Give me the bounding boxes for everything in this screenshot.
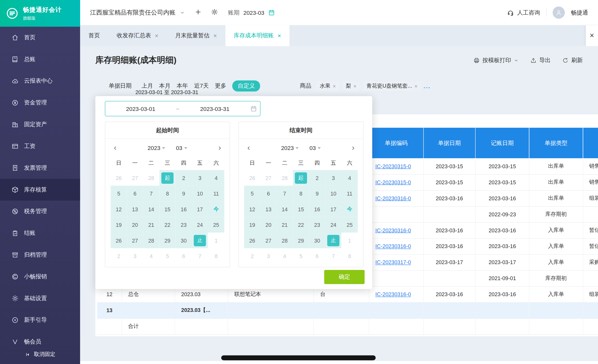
day-cell[interactable]: 8 (293, 186, 309, 201)
day-cell[interactable]: 14 (143, 201, 159, 217)
day-cell[interactable]: 11 (342, 186, 358, 201)
settings-button[interactable] (211, 9, 218, 17)
day-cell[interactable]: 16 (176, 201, 192, 217)
date-option-2[interactable]: 本年 (177, 82, 188, 90)
table-cell[interactable]: IC-20230316-0 (369, 222, 423, 238)
table-cell[interactable]: IC-20230315-0 (369, 174, 423, 190)
sidebar-item-6[interactable]: 发票管理 (0, 157, 80, 179)
day-cell[interactable]: 2 (244, 248, 260, 264)
day-cell[interactable]: 26 (244, 170, 260, 186)
day-cell[interactable]: 6 (260, 186, 277, 201)
day-cell[interactable]: 今 (208, 201, 224, 217)
day-cell[interactable]: 22 (293, 217, 309, 233)
table-cell[interactable]: IC-20230316-0 (369, 190, 423, 206)
user-name[interactable]: 畅捷通 (571, 9, 588, 16)
day-cell[interactable]: 22 (159, 217, 176, 233)
day-cell[interactable]: 27 (260, 170, 277, 186)
day-cell[interactable]: 起 (293, 170, 309, 186)
sidebar-item-8[interactable]: 税务管理 (0, 201, 80, 222)
tab-close-icon[interactable]: × (155, 33, 158, 39)
prev-month-icon[interactable]: ‹ (245, 144, 252, 151)
refresh-button[interactable]: 刷新 (562, 57, 583, 64)
month-select[interactable]: 03 (176, 144, 187, 151)
day-cell[interactable]: 14 (276, 201, 293, 217)
day-cell[interactable]: 9 (176, 186, 192, 201)
day-cell[interactable]: 16 (309, 201, 325, 217)
day-cell[interactable]: 10 (325, 186, 342, 201)
day-cell[interactable]: 3 (325, 170, 342, 186)
day-cell[interactable]: 28 (276, 233, 293, 248)
year-select[interactable]: 2023 (147, 144, 165, 151)
horizontal-scrollbar[interactable] (221, 355, 376, 360)
day-cell[interactable]: 25 (342, 217, 358, 233)
date-option-5[interactable]: 自定义 (232, 80, 260, 91)
tab-close-icon[interactable]: × (213, 33, 217, 39)
sidebar-item-11[interactable]: 小畅报销 (0, 266, 80, 288)
consult-button[interactable]: 人工咨询 (507, 9, 540, 16)
day-cell[interactable]: 5 (244, 186, 260, 201)
day-cell[interactable]: 4 (342, 170, 358, 186)
day-cell[interactable]: 7 (192, 248, 208, 264)
day-cell[interactable]: 4 (276, 248, 293, 264)
day-cell[interactable]: 17 (325, 201, 342, 217)
day-cell[interactable]: 8 (208, 248, 224, 264)
sidebar-item-7[interactable]: 库存核算 (0, 179, 80, 201)
sidebar-item-1[interactable]: 总账 (0, 48, 80, 70)
avatar[interactable] (553, 7, 565, 19)
table-cell[interactable]: IC-20230315-0 (369, 158, 423, 174)
year-select[interactable]: 2023 (281, 144, 299, 151)
start-date-input[interactable]: 2023-03-01 (105, 105, 176, 112)
day-cell[interactable]: 9 (309, 186, 325, 201)
end-date-input[interactable]: 2023-03-31 (179, 105, 250, 112)
sidebar-item-4[interactable]: 固定资产 (0, 114, 80, 135)
day-cell[interactable]: 起 (159, 170, 176, 186)
day-cell[interactable]: 4 (143, 248, 159, 264)
day-cell[interactable]: 7 (276, 186, 293, 201)
company-selector[interactable]: 江西服宝精品有限责任公司内账 (90, 9, 185, 17)
day-cell[interactable]: 5 (159, 248, 176, 264)
day-cell[interactable]: 19 (244, 217, 260, 233)
table-cell[interactable]: IC-20230316-0 (369, 238, 423, 254)
day-cell[interactable]: 3 (127, 248, 143, 264)
day-cell[interactable]: 2 (111, 248, 127, 264)
day-cell[interactable]: 30 (309, 233, 325, 248)
tab-1[interactable]: 收发存汇总表× (108, 25, 167, 46)
day-cell[interactable]: 4 (208, 170, 224, 186)
sidebar-item-12[interactable]: 基础设置 (0, 287, 80, 309)
date-range-input[interactable]: 2023-03-01 ~ 2023-03-31 (105, 101, 260, 116)
sidebar-item-14[interactable]: 畅会员 (0, 331, 80, 345)
tag-close-icon[interactable]: × (414, 83, 417, 89)
day-cell[interactable]: 1 (342, 233, 358, 248)
day-cell[interactable]: 8 (342, 248, 358, 264)
prev-month-icon[interactable]: ‹ (111, 144, 119, 151)
sidebar-item-2[interactable]: 云报表中心 (0, 70, 80, 92)
day-cell[interactable]: 11 (208, 186, 224, 201)
next-month-icon[interactable]: › (216, 144, 223, 151)
day-cell[interactable]: 26 (111, 233, 127, 248)
day-cell[interactable]: 止 (192, 233, 208, 248)
day-cell[interactable]: 21 (276, 217, 293, 233)
date-option-3[interactable]: 近7天 (194, 82, 209, 90)
date-option-4[interactable]: 更多 (215, 82, 226, 90)
date-option-1[interactable]: 本月 (159, 82, 171, 90)
date-option-0[interactable]: 上月 (141, 82, 153, 90)
table-row-9[interactable]: 132023.03【... (97, 302, 598, 318)
day-cell[interactable]: 10 (192, 186, 208, 201)
close-panel-button[interactable]: × (586, 25, 598, 46)
add-button[interactable] (195, 9, 202, 17)
day-cell[interactable]: 止 (325, 233, 342, 248)
day-cell[interactable]: 15 (159, 201, 176, 217)
unpin-button[interactable]: 取消固定 (0, 345, 80, 364)
day-cell[interactable]: 23 (176, 217, 192, 233)
day-cell[interactable]: 7 (325, 248, 342, 264)
day-cell[interactable]: 5 (293, 248, 309, 264)
day-cell[interactable]: 25 (208, 217, 224, 233)
day-cell[interactable]: 15 (293, 201, 309, 217)
sidebar-item-0[interactable]: 首页 (0, 27, 80, 49)
table-row-10[interactable]: 合计 (97, 318, 598, 334)
day-cell[interactable]: 28 (143, 170, 159, 186)
day-cell[interactable]: 5 (111, 186, 127, 201)
day-cell[interactable]: 今 (342, 201, 358, 217)
next-month-icon[interactable]: › (349, 144, 357, 151)
sidebar-item-5[interactable]: 工资 (0, 135, 80, 157)
